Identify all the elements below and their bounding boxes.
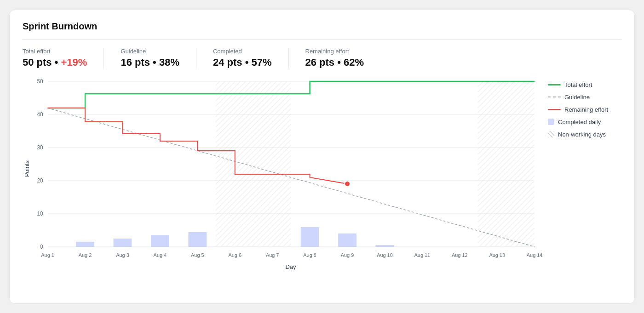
stat-label-guideline: Guideline <box>121 48 179 55</box>
svg-rect-30 <box>376 245 394 247</box>
legend-total-effort: Total effort <box>548 81 621 88</box>
stats-row: Total effort 50 pts • +19% Guideline 16 … <box>23 48 621 68</box>
svg-text:Aug 12: Aug 12 <box>452 252 468 257</box>
chart-legend: Total effort Guideline Remaining effort … <box>543 77 621 276</box>
stat-value-remaining: 26 pts • 62% <box>305 57 364 68</box>
legend-total-effort-label: Total effort <box>564 81 592 88</box>
legend-guideline-icon <box>548 97 561 97</box>
svg-rect-24 <box>151 235 169 247</box>
y-label-40: 40 <box>37 111 43 117</box>
svg-text:Aug 11: Aug 11 <box>414 252 431 257</box>
svg-text:Aug 3: Aug 3 <box>116 252 129 257</box>
svg-text:Aug 13: Aug 13 <box>489 252 505 257</box>
chart-area: 0 10 20 30 40 50 Points Aug 1 Aug 2 Aug … <box>23 77 543 276</box>
stat-extra-total: +19% <box>61 57 87 68</box>
y-axis-title: Points <box>23 160 30 176</box>
svg-text:Aug 7: Aug 7 <box>266 252 279 257</box>
guideline <box>48 108 535 247</box>
stat-value-guideline: 16 pts • 38% <box>121 57 179 68</box>
remaining-effort-endpoint <box>345 181 350 187</box>
svg-text:Aug 6: Aug 6 <box>228 252 242 257</box>
legend-guideline: Guideline <box>548 94 621 101</box>
burndown-chart: 0 10 20 30 40 50 Points Aug 1 Aug 2 Aug … <box>23 77 543 274</box>
stat-guideline: Guideline 16 pts • 38% <box>121 48 196 68</box>
legend-completed-daily-label: Completed daily <box>558 119 601 125</box>
legend-completed-daily-icon <box>548 119 554 125</box>
legend-nonworking: Non-working days <box>548 131 621 138</box>
remaining-effort-line <box>48 108 347 184</box>
stat-remaining: Remaining effort 26 pts • 62% <box>305 48 381 68</box>
svg-text:Aug 1: Aug 1 <box>41 252 54 257</box>
svg-text:Aug 14: Aug 14 <box>527 252 543 257</box>
stat-label-completed: Completed <box>213 48 272 55</box>
chart-and-legend: 0 10 20 30 40 50 Points Aug 1 Aug 2 Aug … <box>23 77 621 276</box>
y-label-20: 20 <box>37 177 43 183</box>
legend-nonworking-label: Non-working days <box>558 131 606 138</box>
svg-text:Aug 8: Aug 8 <box>303 252 316 257</box>
legend-total-effort-icon <box>548 84 561 85</box>
x-axis-title: Day <box>285 263 296 270</box>
svg-text:Aug 2: Aug 2 <box>79 252 92 257</box>
stat-total-effort: Total effort 50 pts • +19% <box>23 48 104 68</box>
divider <box>23 39 621 40</box>
y-label-0: 0 <box>40 243 43 250</box>
legend-remaining-label: Remaining effort <box>564 106 608 113</box>
svg-text:Aug 4: Aug 4 <box>154 252 167 257</box>
svg-text:Aug 9: Aug 9 <box>341 252 354 257</box>
legend-remaining-icon <box>548 109 561 110</box>
legend-nonworking-icon <box>548 131 554 137</box>
nonworking-aug13-14 <box>478 81 534 247</box>
stat-label-remaining: Remaining effort <box>305 48 364 55</box>
stat-label-total: Total effort <box>23 48 87 55</box>
stat-value-total: 50 pts • +19% <box>23 57 87 68</box>
svg-rect-23 <box>114 239 132 247</box>
legend-remaining: Remaining effort <box>548 106 621 113</box>
legend-completed-daily: Completed daily <box>548 119 621 125</box>
stat-completed: Completed 24 pts • 57% <box>213 48 289 68</box>
legend-guideline-label: Guideline <box>564 94 590 101</box>
total-effort-line <box>48 81 535 108</box>
svg-rect-29 <box>338 233 356 247</box>
y-label-10: 10 <box>37 210 43 216</box>
nonworking-aug6-7 <box>216 81 291 247</box>
y-label-30: 30 <box>37 144 43 150</box>
stat-value-completed: 24 pts • 57% <box>213 57 272 68</box>
svg-text:Aug 10: Aug 10 <box>377 252 393 257</box>
sprint-burndown-card: Sprint Burndown Total effort 50 pts • +1… <box>9 10 635 304</box>
svg-rect-22 <box>76 242 94 247</box>
page-title: Sprint Burndown <box>23 21 621 32</box>
svg-rect-28 <box>301 227 319 247</box>
svg-text:Aug 5: Aug 5 <box>191 252 204 257</box>
svg-rect-25 <box>188 232 207 247</box>
y-label-50: 50 <box>37 78 43 84</box>
